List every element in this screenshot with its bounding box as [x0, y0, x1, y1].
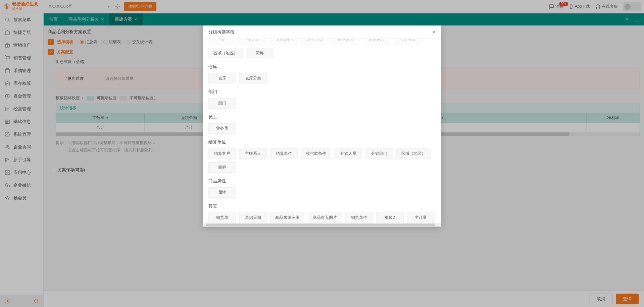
field-chip[interactable]: 销货单: [208, 212, 236, 223]
field-chip[interactable]: 商品有无图片: [308, 212, 342, 223]
partial-chip-row: 省/ 省/分类 分省部门 分省人员 主联系人 主联系人 地址电话: [208, 39, 436, 45]
field-chip[interactable]: 简称: [208, 162, 236, 173]
chip-row: 业务员: [208, 123, 436, 134]
close-icon[interactable]: ✕: [432, 29, 436, 35]
chip-row: 属性: [208, 187, 436, 198]
field-chip[interactable]: 单位2: [376, 212, 404, 223]
chip-row: 销货单单据日期商品来源应用商品有无图片销货单位单位2主计量制单人审核人出库人预计…: [208, 212, 436, 223]
field-chip[interactable]: 简称: [246, 48, 274, 58]
field-chip[interactable]: 仓库分类: [239, 73, 267, 83]
chip-row: 仓库仓库分类: [208, 73, 436, 83]
field-chip[interactable]: 部门: [208, 98, 236, 109]
chip-row: 结算客户主联系人结算单位收付款条件分管人员分管部门区域（地区）简称: [208, 148, 436, 173]
field-chip[interactable]: 主计量: [407, 212, 435, 223]
field-chip[interactable]: 区域（地区）: [396, 148, 431, 159]
field-group-title: 商品属性: [208, 178, 436, 184]
field-chip[interactable]: 结算单位: [270, 148, 298, 159]
modal-horizontal-scrollbar[interactable]: [203, 223, 441, 227]
field-chip[interactable]: 省/: [208, 39, 236, 45]
field-chip[interactable]: 分省部门: [270, 39, 298, 45]
field-chip[interactable]: 分省人员: [301, 39, 329, 45]
field-chip[interactable]: 属性: [208, 187, 236, 198]
field-chip[interactable]: 销货单位: [345, 212, 373, 223]
field-chip[interactable]: 分管部门: [365, 148, 393, 159]
chip-row: 区域（地区） 简称: [208, 48, 436, 58]
field-chip[interactable]: 省/分类: [239, 39, 267, 45]
field-group-title: 部门: [208, 89, 436, 95]
field-chip[interactable]: 主联系人: [363, 39, 390, 45]
field-group-title: 员工: [208, 114, 436, 120]
field-chip[interactable]: 地址电话: [394, 39, 421, 45]
field-chip[interactable]: 收付款条件: [301, 148, 331, 159]
field-chip[interactable]: 主联系人: [332, 39, 359, 45]
field-group-title: 结算单位: [208, 139, 436, 145]
field-group-title: 其它: [208, 203, 436, 209]
field-chip[interactable]: 区域（地区）: [208, 48, 243, 58]
field-chip[interactable]: 分管人员: [335, 148, 362, 159]
modal-title: 分组待选字段: [208, 29, 235, 35]
modal-body: 省/ 省/分类 分省部门 分省人员 主联系人 主联系人 地址电话 区域（地区） …: [203, 39, 441, 223]
field-chip[interactable]: 业务员: [208, 123, 236, 134]
field-group-title: 仓库: [208, 64, 436, 70]
field-select-modal: 分组待选字段 ✕ 省/ 省/分类 分省部门 分省人员 主联系人 主联系人 地址电…: [203, 25, 441, 227]
field-chip[interactable]: 结算客户: [208, 148, 236, 159]
field-chip[interactable]: 商品来源应用: [270, 212, 304, 223]
field-chip[interactable]: 单据日期: [239, 212, 267, 223]
chip-row: 部门: [208, 98, 436, 109]
field-chip[interactable]: 主联系人: [239, 148, 267, 159]
field-chip[interactable]: 仓库: [208, 73, 236, 83]
modal-header: 分组待选字段 ✕: [203, 25, 441, 39]
